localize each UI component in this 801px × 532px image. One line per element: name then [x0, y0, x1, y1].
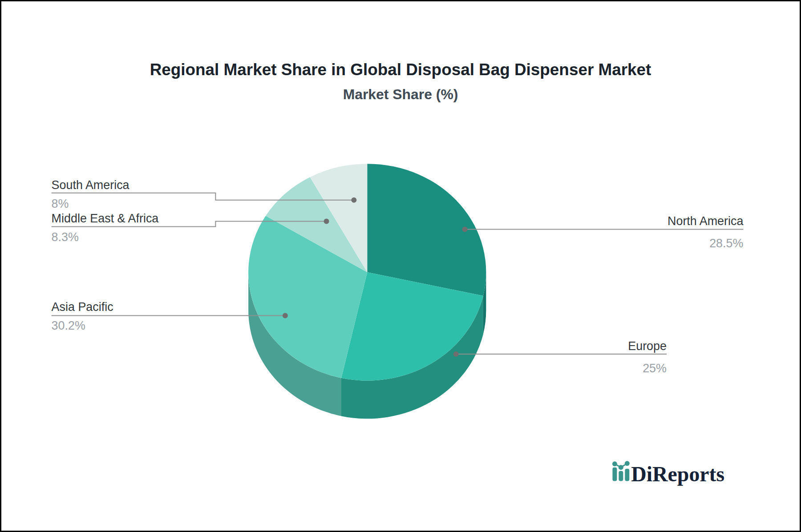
leader-dot-asia-pacific — [283, 313, 288, 318]
slice-value-europe: 25% — [643, 362, 667, 375]
leader-dot-south-america — [351, 197, 356, 203]
slice-value-north-america: 28.5% — [709, 237, 743, 250]
slice-value-south-america: 8% — [52, 197, 69, 210]
brand-name: DiReports — [631, 462, 724, 486]
slice-label-europe: Europe — [628, 339, 667, 353]
slice-label-south-america: South America — [52, 178, 129, 192]
leader-dot-middle-east-africa — [324, 219, 329, 224]
slice-label-north-america: North America — [668, 214, 743, 228]
chart-subtitle: Market Share (%) — [343, 86, 458, 102]
chart-title: Regional Market Share in Global Disposal… — [150, 60, 651, 79]
bar-line-chart-icon — [612, 461, 630, 481]
slice-value-asia-pacific: 30.2% — [52, 319, 85, 332]
leader-dot-north-america — [462, 226, 468, 232]
slice-label-middle-east-africa: Middle East & Africa — [52, 212, 159, 226]
slice-label-asia-pacific: Asia Pacific — [52, 301, 113, 314]
chart-canvas: Regional Market Share in Global Disposal… — [1, 1, 800, 531]
slice-value-middle-east-africa: 8.3% — [52, 230, 79, 244]
leader-dot-europe — [453, 351, 459, 357]
brand-logo: DiReports — [612, 461, 724, 485]
pie — [248, 164, 486, 381]
